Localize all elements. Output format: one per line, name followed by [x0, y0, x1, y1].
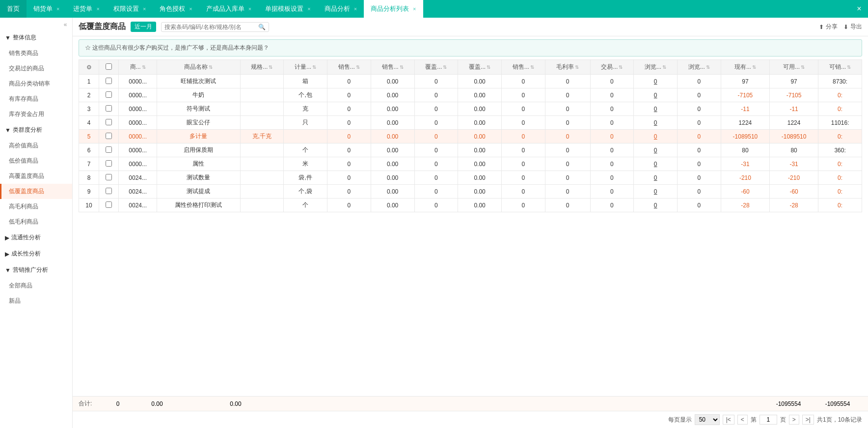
sidebar-item-all-goods[interactable]: 全部商品 [0, 278, 72, 293]
row-checkbox[interactable] [99, 171, 119, 185]
col-cover1[interactable]: 覆盖...⇅ [414, 60, 458, 75]
next-page-button[interactable]: > [789, 415, 799, 425]
browse-link[interactable]: 0 [654, 174, 657, 181]
nav-goods-analysis[interactable]: 商品分析 × [318, 0, 364, 18]
first-page-button[interactable]: |< [723, 415, 734, 425]
row-checkbox[interactable] [99, 143, 119, 157]
close-nav-doc[interactable]: × [307, 0, 310, 18]
sidebar-item-category-rate[interactable]: 商品分类动销率 [0, 76, 72, 91]
prev-page-button[interactable]: < [737, 415, 748, 425]
row-checkbox[interactable] [99, 88, 119, 102]
sidebar-item-in-stock[interactable]: 有库存商品 [0, 91, 72, 107]
period-button[interactable]: 近一月 [131, 22, 156, 32]
nav-goods-analysis-list[interactable]: 商品分析列表 × [364, 0, 423, 18]
browse-link[interactable]: 0 [654, 133, 657, 140]
close-all-tabs-button[interactable]: × [850, 0, 868, 18]
col-settings[interactable]: ⚙ [79, 60, 99, 75]
nav-sales-order[interactable]: 销货单 × [27, 0, 66, 18]
col-sellable[interactable]: 可销...⇅ [818, 60, 862, 75]
nav-doc-template[interactable]: 单据模板设置 × [258, 0, 317, 18]
close-nav-sales[interactable]: × [56, 0, 59, 18]
sidebar-section-liquidity[interactable]: ▶ 流通性分析 [0, 229, 72, 246]
col-sales1[interactable]: 销售...⇅ [327, 60, 371, 75]
col-sales2[interactable]: 销售...⇅ [371, 60, 414, 75]
last-page-button[interactable]: >| [802, 415, 814, 425]
search-icon[interactable]: 🔍 [258, 24, 266, 30]
row-checkbox[interactable] [99, 157, 119, 171]
col-sales3[interactable]: 销售...⇅ [502, 60, 545, 75]
row-select-checkbox[interactable] [106, 105, 112, 112]
row-browse1[interactable]: 0 [634, 116, 678, 130]
col-code[interactable]: 商...⇅ [119, 60, 157, 75]
sidebar-section-cluster[interactable]: ▼ 类群度分析 [0, 122, 72, 138]
close-nav-goods-list[interactable]: × [413, 0, 416, 18]
browse-link[interactable]: 0 [654, 202, 657, 209]
row-checkbox[interactable] [99, 102, 119, 116]
close-nav-role[interactable]: × [189, 0, 192, 18]
row-checkbox[interactable] [99, 116, 119, 130]
search-input[interactable] [164, 24, 256, 30]
col-stock2[interactable]: 可用...⇅ [770, 60, 818, 75]
nav-purchase-order[interactable]: 进货单 × [66, 0, 106, 18]
col-name[interactable]: 商品名称⇅ [157, 60, 240, 75]
page-number-input[interactable] [760, 415, 777, 425]
row-select-checkbox[interactable] [106, 174, 112, 180]
nav-permission-settings[interactable]: 权限设置 × [107, 0, 153, 18]
row-select-checkbox[interactable] [106, 133, 112, 139]
row-browse1[interactable]: 0 [634, 171, 678, 185]
close-nav-permission[interactable]: × [143, 0, 146, 18]
row-select-checkbox[interactable] [106, 201, 112, 208]
col-gross-rate[interactable]: 毛利率⇅ [545, 60, 590, 75]
row-select-checkbox[interactable] [106, 160, 112, 167]
sidebar-item-high-margin[interactable]: 高毛利商品 [0, 199, 72, 214]
row-select-checkbox[interactable] [106, 188, 112, 194]
row-select-checkbox[interactable] [106, 119, 112, 125]
sidebar-item-low-margin[interactable]: 低毛利商品 [0, 214, 72, 229]
browse-link[interactable]: 0 [654, 147, 657, 154]
sidebar-item-stock-capital[interactable]: 库存资金占用 [0, 107, 72, 122]
row-select-checkbox[interactable] [106, 78, 112, 84]
browse-link[interactable]: 0 [654, 106, 657, 113]
browse-link[interactable]: 0 [654, 92, 657, 99]
col-browse1[interactable]: 浏览...⇅ [634, 60, 678, 75]
close-nav-product[interactable]: × [248, 0, 251, 18]
sidebar-section-marketing[interactable]: ▼ 营销推广分析 [0, 262, 72, 278]
browse-link[interactable]: 0 [654, 161, 657, 168]
sidebar-item-new-goods[interactable]: 新品 [0, 293, 72, 309]
sidebar-item-high-value[interactable]: 高价值商品 [0, 138, 72, 153]
row-select-checkbox[interactable] [106, 91, 112, 98]
sidebar-item-low-value[interactable]: 低价值商品 [0, 153, 72, 169]
nav-product-warehouse[interactable]: 产成品入库单 × [199, 0, 258, 18]
row-browse1[interactable]: 0 [634, 75, 678, 88]
per-page-select[interactable]: 50 100 [695, 414, 720, 425]
col-stock1[interactable]: 现有...⇅ [721, 60, 769, 75]
close-nav-purchase[interactable]: × [96, 0, 99, 18]
col-browse2[interactable]: 浏览...⇅ [678, 60, 721, 75]
export-button[interactable]: ⬇ 导出 [843, 23, 862, 31]
sidebar-item-low-coverage[interactable]: 低覆盖度商品 [0, 184, 72, 199]
row-browse1[interactable]: 0 [634, 102, 678, 116]
row-browse1[interactable]: 0 [634, 88, 678, 102]
row-checkbox[interactable] [99, 130, 119, 143]
sidebar-section-overview[interactable]: ▼ 整体信息 [0, 29, 72, 46]
col-unit[interactable]: 计量...⇅ [284, 60, 327, 75]
nav-role-auth[interactable]: 角色授权 × [153, 0, 199, 18]
row-browse1[interactable]: 0 [634, 130, 678, 143]
browse-link[interactable]: 0 [654, 78, 657, 85]
row-checkbox[interactable] [99, 75, 119, 88]
col-cover2[interactable]: 覆盖...⇅ [458, 60, 502, 75]
row-select-checkbox[interactable] [106, 146, 112, 153]
share-button[interactable]: ⬆ 分享 [819, 23, 838, 31]
sidebar-collapse-button[interactable]: « [60, 20, 70, 29]
row-checkbox[interactable] [99, 185, 119, 199]
close-nav-goods-analysis[interactable]: × [354, 0, 357, 18]
row-checkbox[interactable] [99, 199, 119, 212]
row-browse1[interactable]: 0 [634, 199, 678, 212]
row-browse1[interactable]: 0 [634, 143, 678, 157]
browse-link[interactable]: 0 [654, 119, 657, 126]
sidebar-item-traded-goods[interactable]: 交易过的商品 [0, 61, 72, 76]
col-spec[interactable]: 规格...⇅ [240, 60, 284, 75]
row-browse1[interactable]: 0 [634, 157, 678, 171]
sidebar-item-sales-goods[interactable]: 销售类商品 [0, 46, 72, 61]
row-browse1[interactable]: 0 [634, 185, 678, 199]
